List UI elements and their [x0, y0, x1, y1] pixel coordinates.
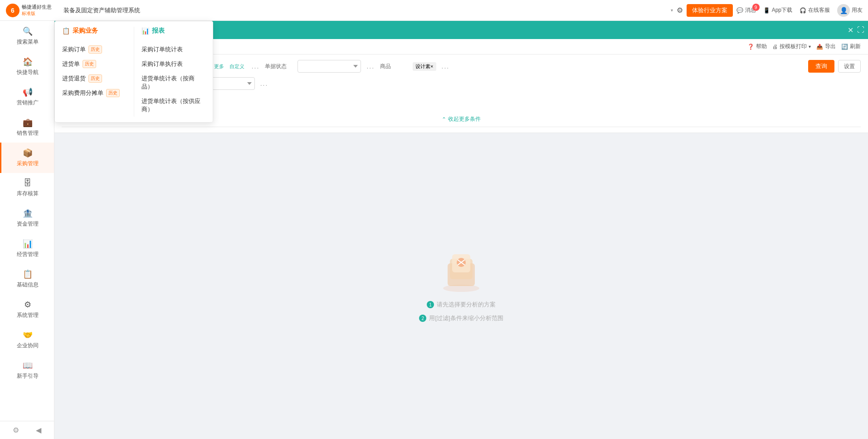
sidebar: 🔍 搜索菜单 🏠 快捷导航 📢 营销推广 💼 销售管理 📦 采购管理 🗄 库存核…: [0, 21, 54, 439]
menu-item-purchase-order[interactable]: 采购订单 历史: [62, 42, 127, 57]
cost-alloc-label: 采购费用分摊单: [62, 89, 103, 97]
sidebar-item-guide[interactable]: 📖 新手引导: [0, 355, 54, 385]
print-icon: 🖨: [772, 44, 778, 50]
home-icon: 🏠: [23, 57, 33, 67]
inbound-stat-supplier-label: 进货单统计表（按供应商）: [141, 97, 206, 113]
refresh-btn[interactable]: 🔄 刷新: [841, 43, 861, 50]
purchase-col-icon: 📋: [62, 27, 70, 35]
export-btn[interactable]: 📤 导出: [816, 43, 836, 50]
menu-item-inbound[interactable]: 进货单 历史: [62, 57, 127, 71]
goods-label: 商品: [380, 63, 407, 70]
filter-ellipsis-1[interactable]: ...: [252, 63, 260, 70]
svg-text:6: 6: [11, 7, 15, 14]
filter-ellipsis-5[interactable]: ...: [260, 80, 268, 87]
sidebar-item-finance[interactable]: 🏦 资金管理: [0, 203, 54, 233]
finance-icon: 🏦: [23, 208, 33, 218]
hist-tag-inbound: 历史: [83, 60, 96, 68]
industry-btn[interactable]: 体验行业方案: [687, 4, 733, 17]
goods-tag: 设计素×: [413, 62, 436, 71]
settings-icon[interactable]: ⚙: [677, 6, 683, 15]
menu-item-cost-alloc[interactable]: 采购费用分摊单 历史: [62, 86, 127, 100]
app-download-btn[interactable]: 📱 App下载: [763, 6, 792, 14]
marketing-icon: 📢: [23, 87, 33, 97]
print-btn[interactable]: 🖨 按模板打印 ▾: [772, 43, 811, 50]
sidebar-label-purchase: 采购管理: [17, 160, 39, 168]
sidebar-label-system: 系统管理: [17, 311, 39, 319]
collapse-btn[interactable]: ⌃ 收起更多条件: [442, 115, 481, 123]
print-dropdown[interactable]: ▾: [809, 44, 811, 49]
sidebar-item-operation[interactable]: 📊 经营管理: [0, 233, 54, 264]
sidebar-label-marketing: 营销推广: [17, 99, 39, 107]
sidebar-item-basic[interactable]: 📋 基础信息: [0, 264, 54, 294]
system-dropdown-arrow[interactable]: ▾: [671, 8, 673, 13]
logo-area: 6 畅捷通好生意 标准版: [5, 3, 60, 18]
sidebar-collapse-btn[interactable]: ◀: [36, 426, 41, 434]
sidebar-label-sales: 销售管理: [17, 129, 39, 137]
sidebar-item-quicknav[interactable]: 🏠 快捷导航: [0, 51, 54, 82]
hist-tag-cost-alloc: 历史: [106, 89, 120, 97]
menu-item-inbound-stat-goods[interactable]: 进货单统计表（按商品）: [141, 71, 206, 94]
return-label: 进货退货: [62, 74, 86, 83]
order-stat-label: 采购订单统计表: [141, 45, 183, 54]
top-bar-actions: 💬 消息 9 📱 App下载 🎧 在线客服 👤 用友: [736, 4, 863, 17]
system-icon: ⚙: [24, 300, 31, 310]
tab-close-window[interactable]: ✕: [848, 26, 853, 35]
sidebar-item-sales[interactable]: 💼 销售管理: [0, 112, 54, 143]
sidebar-item-collab[interactable]: 🤝 企业协同: [0, 325, 54, 355]
sidebar-bottom: ⚙ ◀: [0, 421, 54, 439]
inbound-stat-goods-label: 进货单统计表（按商品）: [141, 74, 206, 91]
guide-icon: 📖: [23, 360, 33, 370]
collapse-icon: ⌃: [442, 116, 446, 123]
purchase-col-title: 📋 采购业务: [62, 27, 127, 38]
help-icon: ❓: [747, 44, 754, 50]
sidebar-label-collab: 企业协同: [17, 342, 39, 350]
basic-icon: 📋: [23, 269, 33, 279]
sidebar-item-search[interactable]: 🔍 搜索菜单: [0, 21, 54, 51]
settings-button[interactable]: 设置: [838, 60, 861, 73]
refresh-icon: 🔄: [841, 44, 848, 50]
sidebar-label-quicknav: 快捷导航: [17, 69, 39, 76]
inventory-icon: 🗄: [24, 178, 32, 188]
hist-tag-return: 历史: [88, 74, 102, 83]
query-button[interactable]: 查询: [808, 60, 834, 73]
top-bar: 6 畅捷通好生意 标准版 装备及固定资产辅助管理系统 ▾ ⚙ 体验行业方案 💬 …: [0, 0, 868, 21]
menu-item-order-stat[interactable]: 采购订单统计表: [141, 42, 206, 57]
menu-item-inbound-stat-supplier[interactable]: 进货单统计表（按供应商）: [141, 94, 206, 117]
empty-hint-2: 2 用[过滤]条件来缩小分析范围: [419, 314, 503, 322]
sidebar-label-finance: 资金管理: [17, 220, 39, 228]
online-service-btn[interactable]: 🎧 在线客服: [800, 6, 830, 14]
avatar: 👤: [837, 4, 850, 17]
filter-ellipsis-2[interactable]: ...: [366, 63, 375, 70]
logo-sub: 标准版: [22, 10, 52, 17]
filter-ellipsis-3[interactable]: ...: [442, 63, 450, 70]
purchase-icon: 📦: [23, 148, 33, 158]
tab-maximize[interactable]: ⛶: [857, 26, 864, 34]
report-col-title: 📊 报表: [141, 27, 206, 38]
sidebar-label-guide: 新手引导: [17, 372, 39, 380]
sidebar-item-purchase[interactable]: 📦 采购管理: [0, 143, 54, 173]
report-col: 📊 报表 采购订单统计表 采购订单执行表 进货单统计表（按商品） 进货单统计表（…: [134, 27, 213, 117]
headset-icon: 🎧: [800, 7, 806, 14]
sidebar-label-basic: 基础信息: [17, 281, 39, 289]
sidebar-label-inventory: 库存核算: [17, 190, 39, 197]
system-title: 装备及固定资产辅助管理系统: [63, 6, 667, 15]
sidebar-item-system[interactable]: ⚙ 系统管理: [0, 294, 54, 325]
message-btn[interactable]: 💬 消息 9: [736, 6, 756, 14]
sidebar-item-marketing[interactable]: 📢 营销推广: [0, 82, 54, 112]
date-preset-custom[interactable]: 自定义: [228, 62, 246, 71]
date-preset-more[interactable]: 更多: [212, 62, 226, 71]
menu-item-return[interactable]: 进货退货 历史: [62, 71, 127, 86]
export-icon: 📤: [816, 44, 823, 50]
collapse-label: 收起更多条件: [448, 115, 481, 123]
sidebar-settings-btn[interactable]: ⚙: [13, 426, 19, 434]
user-menu[interactable]: 👤 用友: [837, 4, 863, 17]
menu-item-order-exec[interactable]: 采购订单执行表: [141, 57, 206, 71]
sidebar-label-search: 搜索菜单: [17, 38, 39, 46]
hist-tag-purchase-order: 历史: [88, 45, 102, 54]
filter-actions: 查询 设置: [808, 60, 861, 73]
order-exec-label: 采购订单执行表: [141, 60, 183, 68]
help-btn[interactable]: ❓ 帮助: [747, 43, 767, 50]
voucher-status-select-wrap: [297, 60, 361, 73]
voucher-status-select[interactable]: [297, 60, 361, 73]
sidebar-item-inventory[interactable]: 🗄 库存核算: [0, 173, 54, 203]
